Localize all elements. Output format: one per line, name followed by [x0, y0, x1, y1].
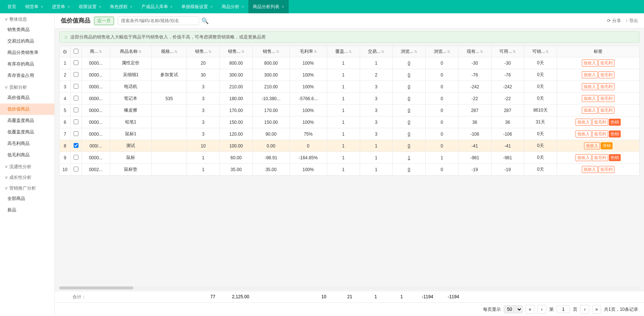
table-row[interactable]: 7 0000... 鼠标1 3 120.00 90.00 75% 1 3 0 0…: [60, 128, 640, 140]
close-icon[interactable]: ×: [210, 4, 212, 9]
sidebar-item-low-coverage[interactable]: 低覆盖度商品: [0, 126, 54, 138]
table-row[interactable]: 6 0000... 铅笔1 3 150.00 150.00 100% 1 3 0…: [60, 116, 640, 128]
nav-template-settings[interactable]: 单据模板设置 ×: [177, 0, 217, 13]
horizontal-scrollbar[interactable]: [59, 286, 640, 289]
browse-link[interactable]: 0: [408, 108, 410, 113]
sidebar-group-contribution[interactable]: ∨ 贡献分析: [0, 81, 54, 92]
th-settings[interactable]: ⚙: [60, 46, 71, 57]
row-browse1[interactable]: 0: [393, 93, 426, 105]
search-icon[interactable]: 🔍: [201, 17, 209, 24]
row-checkbox[interactable]: [74, 84, 78, 89]
nav-permissions[interactable]: 权限设置 ×: [74, 0, 105, 13]
export-button[interactable]: ↑ 导出: [625, 18, 638, 24]
sidebar-item-high-value[interactable]: 高价值商品: [0, 92, 54, 103]
nav-product-analysis[interactable]: 商品分析 ×: [217, 0, 248, 13]
table-row[interactable]: 9 0000... 鼠标 1 60.00 -98.91 -164.85% 1 1…: [60, 152, 640, 164]
row-browse1[interactable]: 0: [393, 116, 426, 128]
close-icon[interactable]: ×: [242, 4, 244, 9]
row-checkbox[interactable]: [74, 155, 78, 160]
close-icon[interactable]: ×: [67, 4, 70, 9]
nav-product-inbound[interactable]: 产成品入库单 ×: [137, 0, 177, 13]
row-select[interactable]: [71, 164, 82, 176]
scrollbar-thumb[interactable]: [59, 286, 133, 289]
table-row[interactable]: 8 000/... 测试 10 100.00 0.00 0 1 1 0 0 -4…: [60, 140, 640, 152]
select-all-checkbox[interactable]: [74, 49, 78, 54]
sidebar-item-sales-products[interactable]: 销售类商品: [0, 24, 54, 35]
sidebar-group-flow[interactable]: ∨ 流通性分析: [0, 161, 54, 171]
row-select[interactable]: [71, 57, 82, 69]
row-browse1[interactable]: 0: [393, 81, 426, 93]
row-select[interactable]: [71, 93, 82, 105]
row-browse1[interactable]: 1: [393, 152, 426, 164]
browse-link[interactable]: 0: [408, 167, 410, 172]
th-sales-qty[interactable]: 销售...⇅: [187, 46, 220, 57]
sidebar-item-traded-products[interactable]: 交易过的商品: [0, 35, 54, 47]
first-page-button[interactable]: «: [526, 305, 534, 314]
row-browse1[interactable]: 0: [393, 164, 426, 176]
browse-link[interactable]: 0: [408, 84, 410, 89]
row-select[interactable]: [71, 69, 82, 81]
th-margin[interactable]: 毛利率⇅: [289, 46, 327, 57]
sidebar-item-high-margin[interactable]: 高毛利商品: [0, 138, 54, 149]
th-trade[interactable]: 交易...⇅: [360, 46, 393, 57]
sidebar-group-growth[interactable]: ∨ 成长性分析: [0, 171, 54, 182]
row-select[interactable]: [71, 116, 82, 128]
row-browse1[interactable]: 0: [393, 57, 426, 69]
close-icon[interactable]: ×: [282, 4, 284, 9]
th-sales-amt[interactable]: 销售...⇅: [219, 46, 252, 57]
nav-home[interactable]: 首页: [3, 0, 21, 13]
row-browse1[interactable]: 0: [393, 105, 426, 116]
browse-link[interactable]: 0: [408, 143, 410, 149]
period-tag-button[interactable]: 近一月: [94, 17, 114, 25]
row-checkbox[interactable]: [74, 143, 78, 148]
next-page-button[interactable]: ›: [580, 305, 589, 314]
close-icon[interactable]: ×: [130, 4, 132, 9]
th-coverage[interactable]: 覆盖...⇅: [327, 46, 360, 57]
th-checkbox[interactable]: [71, 46, 82, 57]
row-checkbox[interactable]: [74, 108, 78, 112]
search-input[interactable]: [118, 16, 199, 25]
settings-icon[interactable]: ⚙: [63, 49, 67, 55]
prev-page-button[interactable]: ‹: [537, 305, 546, 314]
sidebar-item-all-products[interactable]: 全部商品: [0, 193, 54, 204]
sidebar-item-stocked-products[interactable]: 有库存的商品: [0, 58, 54, 70]
table-wrapper[interactable]: ⚙ 商...⇅ 商品名称⇅ 规格...⇅ 销售...⇅ 销售...⇅ 销售...…: [55, 43, 644, 286]
row-checkbox[interactable]: [74, 131, 78, 136]
row-select[interactable]: [71, 140, 82, 152]
browse-link[interactable]: 0: [408, 132, 410, 137]
row-checkbox[interactable]: [74, 60, 78, 65]
table-row[interactable]: 1 0000... 属性定价 20 800.00 800.00 100% 1 1…: [60, 57, 640, 69]
sidebar-item-low-margin[interactable]: 低毛利商品: [0, 149, 54, 161]
nav-product-analysis-list[interactable]: 商品分析列表 ×: [248, 0, 288, 13]
table-row[interactable]: 10 0002... 鼠标垫 1 35.00 35.00 100% 1 1 0 …: [60, 164, 640, 176]
th-spec[interactable]: 规格...⇅: [151, 46, 187, 57]
share-button[interactable]: ⟳ 分享: [607, 18, 621, 24]
table-row[interactable]: 3 0000... 电话机 3 210.00 210.00 100% 1 3 0…: [60, 81, 640, 93]
sidebar-group-marketing[interactable]: ∨ 营销推广分析: [0, 182, 54, 193]
table-row[interactable]: 2 0000... 吴细细1 参加复试 30 300.00 300.00 100…: [60, 69, 640, 81]
th-available[interactable]: 可用...⇅: [491, 46, 524, 57]
sidebar-item-low-value[interactable]: 低价值商品: [0, 103, 54, 115]
row-select[interactable]: [71, 105, 82, 116]
row-browse1[interactable]: 0: [393, 69, 426, 81]
th-code[interactable]: 商...⇅: [82, 46, 110, 57]
nav-role-auth[interactable]: 角色授权 ×: [105, 0, 137, 13]
close-icon[interactable]: ×: [170, 4, 172, 9]
sidebar-item-category-rate[interactable]: 商品分类销售率: [0, 47, 54, 58]
browse-link[interactable]: 0: [408, 61, 410, 66]
th-days[interactable]: 可销...⇅: [524, 46, 557, 57]
close-icon[interactable]: ×: [41, 4, 43, 9]
browse-link[interactable]: 1: [408, 155, 410, 160]
sidebar-item-high-coverage[interactable]: 高覆盖度商品: [0, 115, 54, 126]
last-page-button[interactable]: »: [592, 305, 601, 314]
row-checkbox[interactable]: [74, 72, 78, 77]
th-tags[interactable]: 标签: [557, 46, 640, 57]
page-number-input[interactable]: [557, 306, 570, 313]
sidebar-item-new-products[interactable]: 新品: [0, 204, 54, 216]
th-sales-avg[interactable]: 销售...⇅: [252, 46, 289, 57]
nav-purchase-order[interactable]: 进货单 ×: [47, 0, 74, 13]
th-browse1[interactable]: 浏览...⇅: [393, 46, 426, 57]
sidebar-group-overall[interactable]: ∨ 整体信息: [0, 13, 54, 24]
browse-link[interactable]: 0: [408, 96, 410, 101]
table-row[interactable]: 4 0000... 笔记本 535 3 180.00 -10,380... -5…: [60, 93, 640, 105]
